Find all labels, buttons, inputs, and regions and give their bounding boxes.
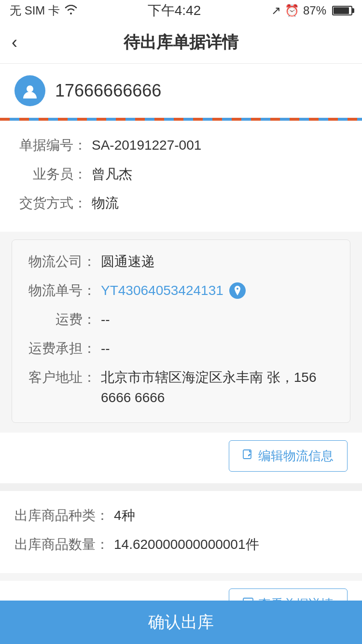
back-button[interactable]: ‹: [12, 32, 17, 53]
customer-header: 17666666666: [0, 64, 362, 118]
battery-icon: [332, 6, 352, 15]
avatar: [14, 75, 45, 106]
carrier-text: 无 SIM 卡: [10, 3, 60, 18]
logistics-card: 物流公司： 圆通速递 物流单号： YT43064053424131 运费： --…: [12, 239, 350, 423]
status-right: ↗ ⏰ 87%: [271, 4, 352, 17]
company-row: 物流公司： 圆通速递: [24, 252, 338, 272]
battery-percent: 87%: [303, 4, 326, 17]
address-value: 北京市市辖区海淀区永丰南 张，156 6666 6666: [101, 367, 338, 408]
delivery-value: 物流: [92, 193, 348, 213]
confirm-btn-label: 确认出库: [148, 611, 214, 633]
delivery-row: 交货方式： 物流: [14, 193, 348, 213]
tracking-label: 物流单号：: [24, 280, 101, 301]
svg-point-0: [27, 85, 33, 92]
goods-section: 出库商品种类： 4种 出库商品数量： 14.620000000000001件: [0, 491, 362, 573]
location-icon: ↗: [271, 4, 281, 17]
status-left: 无 SIM 卡: [10, 3, 77, 18]
staff-label: 业务员：: [14, 164, 92, 184]
edit-icon: [243, 449, 253, 463]
freight-bearer-label: 运费承担：: [24, 338, 101, 359]
confirm-btn-area[interactable]: 确认出库: [0, 601, 362, 644]
goods-types-label: 出库商品种类：: [14, 505, 114, 526]
address-label: 客户地址：: [24, 367, 101, 388]
company-value: 圆通速递: [101, 252, 338, 272]
delivery-label: 交货方式：: [14, 193, 92, 213]
freight-value: --: [101, 309, 338, 330]
customer-phone: 17666666666: [55, 81, 161, 101]
wifi-icon: [65, 4, 77, 17]
nav-bar: ‹ 待出库单据详情: [0, 21, 362, 64]
location-pin-icon[interactable]: [229, 282, 246, 299]
tracking-row: 物流单号： YT43064053424131: [24, 280, 338, 301]
company-label: 物流公司：: [24, 252, 101, 272]
edit-logistics-label: 编辑物流信息: [258, 448, 334, 464]
status-bar: 无 SIM 卡 下午4:42 ↗ ⏰ 87%: [0, 0, 362, 21]
goods-quantity-value: 14.620000000000001件: [114, 534, 348, 555]
goods-quantity-label: 出库商品数量：: [14, 534, 114, 555]
order-no-value: SA-20191227-001: [92, 135, 348, 155]
freight-label: 运费：: [24, 309, 101, 330]
page-title: 待出库单据详情: [124, 31, 238, 54]
edit-logistics-area: 编辑物流信息: [0, 433, 362, 483]
time-display: 下午4:42: [148, 1, 201, 20]
order-info-section: 单据编号： SA-20191227-001 业务员： 曾凡杰 交货方式： 物流: [0, 121, 362, 232]
staff-row: 业务员： 曾凡杰: [14, 164, 348, 184]
tracking-value: YT43064053424131: [101, 280, 338, 301]
edit-logistics-button[interactable]: 编辑物流信息: [229, 440, 348, 472]
freight-bearer-row: 运费承担： --: [24, 338, 338, 359]
goods-quantity-row: 出库商品数量： 14.620000000000001件: [14, 534, 348, 555]
address-row: 客户地址： 北京市市辖区海淀区永丰南 张，156 6666 6666: [24, 367, 338, 408]
freight-row: 运费： --: [24, 309, 338, 330]
section-divider-1: [0, 483, 362, 491]
order-no-row: 单据编号： SA-20191227-001: [14, 135, 348, 155]
goods-types-row: 出库商品种类： 4种: [14, 505, 348, 526]
alarm-icon: ⏰: [285, 4, 299, 17]
freight-bearer-value: --: [101, 338, 338, 359]
goods-types-value: 4种: [114, 505, 348, 526]
staff-value: 曾凡杰: [92, 164, 348, 184]
order-no-label: 单据编号：: [14, 135, 92, 155]
